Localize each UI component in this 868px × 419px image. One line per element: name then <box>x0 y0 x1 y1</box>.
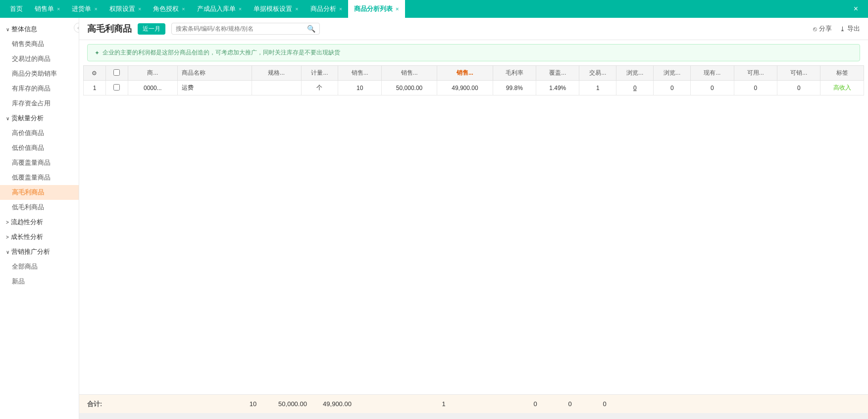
col-header-name[interactable]: 商品名称 <box>177 66 252 81</box>
col-header-settings[interactable]: ⚙ <box>84 66 106 81</box>
cell-name: 运费 <box>177 81 252 95</box>
nav-product-analysis-list[interactable]: 商品分析列表 × <box>348 0 405 18</box>
sidebar-item-in-stock-goods[interactable]: 有库存的商品 <box>0 81 79 96</box>
nav-sales-order[interactable]: 销售单 × <box>29 0 66 18</box>
window-close-button[interactable]: × <box>848 4 864 13</box>
header-actions: ⎋ 分享 ⤓ 导出 <box>813 24 860 33</box>
col-header-sales-amt[interactable]: 销售... <box>381 66 437 81</box>
nav-purchase-order[interactable]: 进货单 × <box>66 0 103 18</box>
search-input[interactable] <box>176 25 307 32</box>
col-header-sales-profit[interactable]: 销售... <box>437 66 493 81</box>
footer-label: 合计: <box>87 400 127 409</box>
close-purchase-order[interactable]: × <box>94 6 97 12</box>
col-header-sales-qty[interactable]: 销售... <box>338 66 381 81</box>
top-nav-right: × <box>848 4 864 13</box>
sidebar-group-marketing[interactable]: ∨ 营销推广分析 <box>0 244 79 259</box>
info-icon: ✦ <box>95 49 100 56</box>
col-header-trade[interactable]: 交易... <box>579 66 616 81</box>
nav-product-analysis[interactable]: 商品分析 × <box>305 0 348 18</box>
nav-permission-setting[interactable]: 权限设置 × <box>103 0 147 18</box>
info-banner: ✦ 企业的主要的利润都是这部分商品创造的，可考虑加大推广，同时关注库存是不要出现… <box>87 44 860 61</box>
col-header-check[interactable] <box>105 66 128 81</box>
cell-trade: 1 <box>579 81 616 95</box>
arrow-marketing: ∨ <box>6 249 9 255</box>
footer-sale-qty: 0 <box>587 400 622 408</box>
col-header-browse2[interactable]: 浏览... <box>654 66 691 81</box>
col-header-sale-qty[interactable]: 可销... <box>777 66 820 81</box>
export-icon: ⤓ <box>840 25 845 33</box>
sidebar-item-low-margin[interactable]: 低毛利商品 <box>0 200 79 215</box>
cell-seq: 1 <box>84 81 106 95</box>
close-permission-setting[interactable]: × <box>138 6 141 12</box>
table-header-row: ⚙ 商... 商品名称 规格... <box>84 66 864 81</box>
footer-trade: 1 <box>429 400 459 408</box>
cell-unit: 个 <box>301 81 338 95</box>
arrow-overall: ∨ <box>6 27 9 32</box>
cell-check[interactable] <box>105 81 128 95</box>
col-header-unit[interactable]: 计量... <box>301 66 338 81</box>
filter-recent-month-button[interactable]: 近一月 <box>138 23 165 35</box>
sidebar-item-traded-goods[interactable]: 交易过的商品 <box>0 51 79 66</box>
nav-product-inbound[interactable]: 产成品入库单 × <box>191 0 248 18</box>
share-button[interactable]: ⎋ 分享 <box>813 24 832 33</box>
sidebar-item-category-sales-rate[interactable]: 商品分类助销率 <box>0 66 79 81</box>
sidebar-item-sales-goods[interactable]: 销售类商品 <box>0 37 79 51</box>
sidebar-item-high-coverage[interactable]: 高覆盖量商品 <box>0 155 79 170</box>
col-header-avail-qty[interactable]: 可用... <box>734 66 777 81</box>
sidebar-item-low-coverage[interactable]: 低覆盖量商品 <box>0 170 79 185</box>
sidebar-item-all-goods[interactable]: 全部商品 <box>0 259 79 274</box>
cell-browse1[interactable]: 0 <box>616 81 654 95</box>
close-sales-order[interactable]: × <box>57 6 60 12</box>
sidebar-group-trend[interactable]: > 流趋性分析 <box>0 215 79 230</box>
horizontal-scrollbar[interactable] <box>79 413 868 419</box>
cell-gross-rate: 99.8% <box>493 81 536 95</box>
sidebar-item-high-value[interactable]: 高价值商品 <box>0 126 79 140</box>
close-template-setting[interactable]: × <box>295 6 298 12</box>
close-product-analysis-list[interactable]: × <box>396 6 399 12</box>
cell-avail-qty: 0 <box>734 81 777 95</box>
footer-stock-qty: 0 <box>518 400 553 408</box>
footer-values: 10 50,000.00 49,900.00 1 0 0 0 <box>127 400 860 408</box>
close-product-inbound[interactable]: × <box>239 6 242 12</box>
nav-template-setting[interactable]: 单据模板设置 × <box>248 0 304 18</box>
sidebar-group-overall[interactable]: ∨ 整体信息 <box>0 22 79 37</box>
close-product-analysis[interactable]: × <box>339 6 342 12</box>
share-icon: ⎋ <box>813 25 817 33</box>
cell-sales-amt: 50,000.00 <box>381 81 437 95</box>
col-header-coverage[interactable]: 覆盖... <box>536 66 579 81</box>
select-all-checkbox[interactable] <box>113 69 120 76</box>
arrow-trend: > <box>6 220 9 225</box>
content-area: 高毛利商品 近一月 🔍 ⎋ 分享 ⤓ 导出 ✦ 企业的主要的利润都是这部分商品创… <box>79 18 868 419</box>
footer-sales-amt: 50,000.00 <box>270 400 315 408</box>
nav-role-auth[interactable]: 角色授权 × <box>147 0 191 18</box>
col-header-tag[interactable]: 标签 <box>820 66 864 81</box>
sidebar-item-stock-capital[interactable]: 库存资金占用 <box>0 96 79 111</box>
col-header-spec[interactable]: 规格... <box>252 66 301 81</box>
footer-sales-qty: 10 <box>236 400 270 408</box>
sidebar-item-new-goods[interactable]: 新品 <box>0 274 79 289</box>
close-role-auth[interactable]: × <box>182 6 185 12</box>
nav-home[interactable]: 首页 <box>4 0 29 18</box>
col-header-gross-rate[interactable]: 毛利率 <box>493 66 536 81</box>
sidebar-item-low-value[interactable]: 低价值商品 <box>0 140 79 155</box>
page-title: 高毛利商品 <box>87 23 132 35</box>
search-box: 🔍 <box>171 23 320 35</box>
sidebar-group-growth[interactable]: > 成长性分析 <box>0 230 79 244</box>
arrow-growth: > <box>6 234 9 240</box>
cell-tag: 高收入 <box>820 81 864 95</box>
footer-sales-profit: 49,900.00 <box>315 400 359 408</box>
export-button[interactable]: ⤓ 导出 <box>840 24 860 33</box>
col-header-stock-qty[interactable]: 现有... <box>691 66 734 81</box>
col-header-browse1[interactable]: 浏览... <box>616 66 654 81</box>
content-header: 高毛利商品 近一月 🔍 ⎋ 分享 ⤓ 导出 <box>79 18 868 40</box>
cell-code: 0000... <box>128 81 177 95</box>
sidebar-group-contribution[interactable]: ∨ 贡献量分析 <box>0 111 79 126</box>
sidebar-item-high-margin[interactable]: 高毛利商品 <box>0 185 79 200</box>
row-checkbox[interactable] <box>113 84 120 91</box>
sidebar: « ∨ 整体信息 销售类商品 交易过的商品 商品分类助销率 有库存的商品 库存资… <box>0 18 79 419</box>
search-icon[interactable]: 🔍 <box>307 25 315 33</box>
cell-browse2: 0 <box>654 81 691 95</box>
main-layout: « ∨ 整体信息 销售类商品 交易过的商品 商品分类助销率 有库存的商品 库存资… <box>0 18 868 419</box>
col-header-code[interactable]: 商... <box>128 66 177 81</box>
data-table: ⚙ 商... 商品名称 规格... <box>83 65 864 95</box>
